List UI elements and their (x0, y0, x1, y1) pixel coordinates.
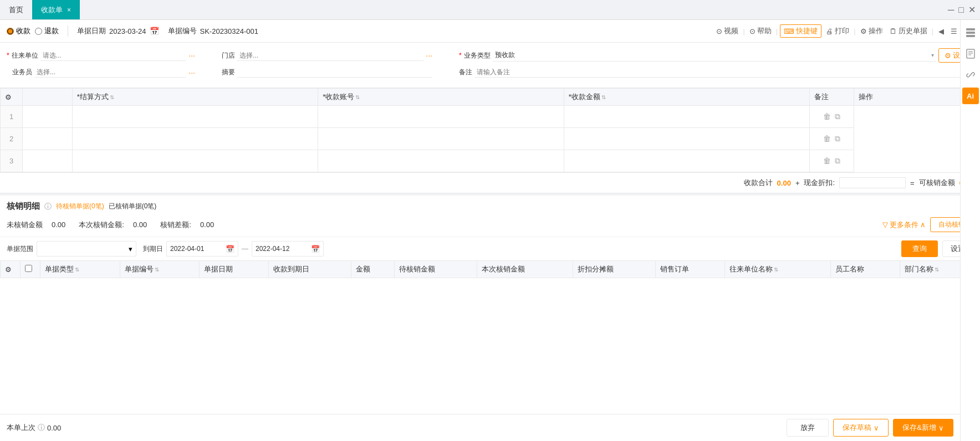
row-2-settlement[interactable] (23, 128, 73, 150)
store-input[interactable] (237, 50, 423, 61)
business-type-group: * 业务类型 预收款 ▾ ⚙ 设置 (459, 48, 973, 63)
date-from-input[interactable] (170, 245, 226, 253)
save-new-chevron-icon: ∨ (938, 424, 944, 432)
footer-info-icon: ⓘ (38, 423, 45, 433)
date-to-calendar-icon[interactable]: 📅 (311, 245, 320, 253)
abandon-button[interactable]: 放弃 (787, 419, 829, 437)
help-btn[interactable]: ⊙ 帮助 (747, 25, 774, 37)
table-header-row: ⚙ *结算方式 ⇅ *收款账号 ⇅ (1, 89, 980, 106)
row-1-remark[interactable] (564, 106, 809, 128)
partner-field-group: * 往来单位 ··· (7, 50, 195, 61)
bottom-col-partner: 往来单位名称 ⇅ (725, 261, 831, 278)
receipt-radio-input[interactable] (7, 28, 14, 35)
row-1-account[interactable] (72, 106, 318, 128)
window-max-button[interactable]: □ (958, 5, 964, 15)
staff-input[interactable] (34, 67, 186, 78)
total-label: 收款合计 (744, 178, 773, 188)
row-2-delete-icon[interactable]: 🗑 (823, 134, 831, 143)
refund-radio[interactable]: 退款 (35, 26, 59, 36)
bottom-col-staff: 员工名称 (831, 261, 900, 278)
row-2-account[interactable] (72, 128, 318, 150)
pending-link[interactable]: 待核销单据(0笔) (56, 202, 104, 211)
type-sort-icon[interactable]: ⇅ (75, 266, 79, 273)
more-conditions-btn[interactable]: ▽ 更多条件 ∧ (882, 220, 926, 230)
shortcut-btn[interactable]: ⌨ 快捷键 (780, 24, 821, 38)
staff-field-group: 业务员 ··· (7, 67, 195, 78)
partner-input[interactable] (40, 50, 187, 61)
layout-prev-icon[interactable]: ◀ (936, 26, 947, 37)
history-btn[interactable]: 🗒 历史单据 (887, 25, 930, 37)
save-draft-chevron-icon: ∨ (874, 424, 879, 432)
tab-receipt[interactable]: 收款单 × (32, 0, 80, 19)
summary-row: 收款合计 0.00 + 现金折扣: = 可核销金额 0.00 (0, 173, 980, 193)
row-3-delete-icon[interactable]: 🗑 (823, 156, 831, 165)
dept-sort-icon[interactable]: ⇅ (935, 266, 939, 273)
table-row: 2 🗑 ⧉ (1, 128, 980, 150)
row-3-amount[interactable] (318, 150, 564, 172)
col-settings-header[interactable]: ⚙ (1, 89, 23, 106)
settings-gear-icon[interactable]: ⚙ (5, 93, 12, 101)
verified-link[interactable]: 已核销单据(0笔) (109, 202, 157, 211)
sidebar-table-icon[interactable] (962, 24, 979, 41)
save-new-button[interactable]: 保存&新增 ∨ (893, 419, 953, 437)
date-from-wrap: 📅 (166, 241, 238, 257)
window-close-button[interactable]: ✕ (968, 4, 976, 15)
video-btn[interactable]: ⊙ 视频 (714, 25, 741, 37)
discount-input[interactable] (839, 177, 906, 188)
bottom-col-pending: 待核销金额 (395, 261, 477, 278)
account-sort-icon[interactable]: ⇅ (355, 94, 360, 100)
business-select-wrap[interactable]: 预收款 ▾ (493, 49, 936, 61)
bottom-col-settings[interactable]: ⚙ (1, 261, 21, 278)
svg-rect-3 (967, 49, 974, 58)
layout-list-icon[interactable]: ☰ (948, 26, 960, 37)
operation-btn[interactable]: ⚙ 操作 (858, 25, 885, 37)
settlement-sort-icon[interactable]: ⇅ (110, 94, 114, 100)
partner-sort-icon[interactable]: ⇅ (774, 266, 778, 273)
save-draft-button[interactable]: 保存草稿 ∨ (833, 419, 889, 437)
row-3-actions: 🗑 ⧉ (810, 150, 854, 172)
staff-ellipsis-btn[interactable]: ··· (188, 68, 195, 77)
sidebar-document-icon[interactable] (962, 45, 979, 62)
range-dropdown-icon[interactable]: ▾ (129, 245, 132, 253)
row-3-copy-icon[interactable]: ⧉ (835, 156, 840, 165)
row-2-num: 2 (1, 128, 23, 150)
sidebar-link-icon[interactable] (962, 66, 979, 83)
store-ellipsis-btn[interactable]: ··· (426, 51, 432, 60)
row-3-settlement[interactable] (23, 150, 73, 172)
row-1-copy-icon[interactable]: ⧉ (835, 112, 840, 121)
date-to-input[interactable] (256, 245, 311, 253)
summary-input[interactable] (237, 67, 432, 78)
range-select-wrap[interactable]: ▾ (37, 241, 136, 257)
row-1-settlement[interactable] (23, 106, 73, 128)
calendar-icon[interactable]: 📅 (150, 27, 159, 35)
note-input[interactable] (474, 67, 973, 78)
print-icon: 🖨 (826, 27, 833, 35)
tab-home[interactable]: 首页 (0, 0, 32, 19)
query-button[interactable]: 查询 (901, 240, 938, 257)
number-sort-icon[interactable]: ⇅ (155, 266, 159, 273)
business-dropdown-icon[interactable]: ▾ (929, 52, 936, 58)
row-1-amount[interactable] (318, 106, 564, 128)
row-1-delete-icon[interactable]: 🗑 (823, 112, 831, 121)
date-from-calendar-icon[interactable]: 📅 (226, 245, 234, 253)
date-field: 单据日期 2023-03-24 📅 (77, 26, 159, 36)
bottom-col-checkbox[interactable] (21, 261, 40, 278)
row-2-amount[interactable] (318, 128, 564, 150)
amount-sort-icon[interactable]: ⇅ (601, 94, 606, 100)
row-2-remark[interactable] (564, 128, 809, 150)
bottom-settings-icon[interactable]: ⚙ (5, 265, 12, 274)
verification-info-icon[interactable]: ⓘ (44, 202, 52, 212)
row-3-account[interactable] (72, 150, 318, 172)
refund-radio-input[interactable] (35, 28, 42, 35)
partner-ellipsis-btn[interactable]: ··· (188, 51, 195, 60)
total-value: 0.00 (777, 179, 791, 187)
discount-label: 现金折扣: (804, 178, 835, 188)
print-btn[interactable]: 🖨 打印 (824, 25, 851, 37)
window-min-button[interactable]: ─ (948, 5, 954, 15)
sidebar-ai-icon[interactable]: Ai (962, 88, 979, 104)
receipt-radio[interactable]: 收款 (7, 26, 30, 36)
row-2-copy-icon[interactable]: ⧉ (835, 134, 840, 143)
tab-close-icon[interactable]: × (67, 6, 71, 14)
row-3-remark[interactable] (564, 150, 809, 172)
select-all-checkbox[interactable] (25, 265, 32, 272)
